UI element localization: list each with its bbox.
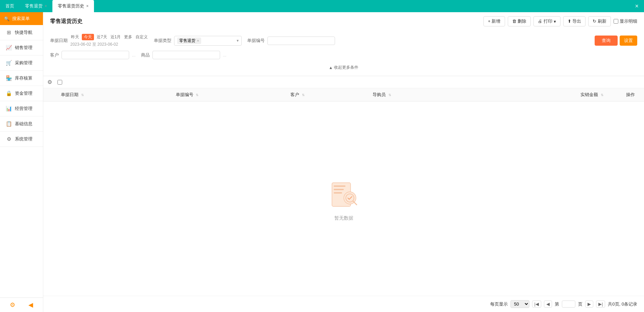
purchase-mgmt-icon: 🛒 bbox=[5, 60, 12, 66]
page-title: 零售退货历史 bbox=[50, 18, 483, 25]
col-customer[interactable]: 客户 ⇅ bbox=[286, 88, 368, 102]
filter-doc-type-remove[interactable]: × bbox=[197, 39, 199, 43]
filter-doc-type-tag: 零售退货 × bbox=[177, 38, 201, 44]
sidebar-item-finance-mgmt[interactable]: 🔒 资金管理 bbox=[0, 86, 43, 101]
last-page-button[interactable]: ▶| bbox=[596, 300, 605, 308]
display-detail-input[interactable] bbox=[614, 19, 618, 24]
query-button[interactable]: 查询 bbox=[595, 36, 618, 46]
current-page-input[interactable]: 1 bbox=[562, 300, 575, 308]
col-no-sort: ⇅ bbox=[196, 93, 198, 97]
select-all-checkbox[interactable] bbox=[57, 80, 62, 85]
date-btn-more[interactable]: 更多 bbox=[123, 34, 133, 40]
content-area: 零售退货历史 + 新增 🗑 删除 🖨 打印 ▾ ⬆ 导出 bbox=[43, 12, 644, 312]
col-guide-label: 导购员 bbox=[373, 92, 386, 97]
print-button-label: 🖨 打印 bbox=[538, 18, 552, 24]
quick-nav-icon: ⊞ bbox=[5, 29, 12, 36]
col-no[interactable]: 单据编号 ⇅ bbox=[172, 88, 287, 102]
col-customer-sort: ⇅ bbox=[302, 93, 305, 97]
sidebar-item-purchase-mgmt[interactable]: 🛒 采购管理 bbox=[0, 55, 43, 71]
first-page-button[interactable]: |◀ bbox=[532, 300, 541, 308]
filter-date-label: 单据日期 bbox=[50, 38, 68, 44]
main-layout: 🔍 搜索菜单 ⊞ 快捷导航 📈 销售管理 🛒 采购管理 🏪 库存核算 🔒 资金管… bbox=[0, 12, 644, 312]
export-button[interactable]: ⬆ 导出 bbox=[563, 16, 586, 26]
top-tab-bar: 首页 零售退货 × 零售退货历史 × × bbox=[0, 0, 644, 12]
page-header-top: 零售退货历史 + 新增 🗑 删除 🖨 打印 ▾ ⬆ 导出 bbox=[50, 16, 637, 26]
next-page-button[interactable]: ▶ bbox=[585, 300, 593, 308]
date-btn-today[interactable]: 今天 bbox=[82, 34, 94, 40]
collapse-bar[interactable]: ▲ 收起更多条件 bbox=[50, 63, 637, 72]
print-button[interactable]: 🖨 打印 ▾ bbox=[533, 16, 560, 26]
filter-row-1: 单据日期 昨天 今天 近7天 近1月 更多 自定义 2023-06-02 至 2… bbox=[50, 34, 637, 47]
tab-home-label: 首页 bbox=[5, 3, 14, 9]
date-btn-1month[interactable]: 近1月 bbox=[110, 34, 122, 40]
product-dots[interactable]: ... bbox=[223, 52, 226, 58]
total-label: 共0页, 0条记录 bbox=[608, 301, 637, 307]
date-btn-group: 昨天 今天 近7天 近1月 更多 自定义 bbox=[70, 34, 148, 40]
empty-state: 暂无数据 bbox=[43, 102, 644, 296]
tab-retail-return-history-close[interactable]: × bbox=[86, 4, 89, 8]
per-page-select[interactable]: 10 20 50 100 bbox=[510, 300, 529, 308]
date-btn-7days[interactable]: 近7天 bbox=[96, 34, 108, 40]
header-actions: + 新增 🗑 删除 🖨 打印 ▾ ⬆ 导出 ↻ 刷新 bbox=[483, 16, 637, 26]
sidebar-item-quick-nav[interactable]: ⊞ 快捷导航 bbox=[0, 25, 43, 40]
basic-info-icon: 📋 bbox=[5, 120, 12, 127]
tab-retail-return-history[interactable]: 零售退货历史 × bbox=[52, 0, 94, 12]
tab-home[interactable]: 首页 bbox=[0, 0, 20, 12]
display-detail-checkbox[interactable]: 显示明细 bbox=[614, 18, 637, 24]
col-customer-label: 客户 bbox=[290, 92, 299, 97]
col-amount[interactable]: 实销金额 ⇅ bbox=[467, 88, 617, 102]
prev-page-button[interactable]: ◀ bbox=[544, 300, 552, 308]
sidebar-item-inventory[interactable]: 🏪 库存核算 bbox=[0, 71, 43, 86]
inventory-icon: 🏪 bbox=[5, 75, 12, 82]
settings-bottom-icon[interactable]: ⚙ bbox=[10, 301, 15, 309]
col-guide[interactable]: 导购员 ⇅ bbox=[368, 88, 467, 102]
date-filters: 昨天 今天 近7天 近1月 更多 自定义 2023-06-02 至 2023-0… bbox=[70, 34, 148, 47]
filter-product-input[interactable] bbox=[152, 51, 220, 59]
delete-button[interactable]: 🗑 删除 bbox=[508, 16, 531, 26]
sidebar-item-sales-mgmt[interactable]: 📈 销售管理 bbox=[0, 40, 43, 55]
tab-retail-return-close[interactable]: × bbox=[45, 4, 47, 8]
sidebar-item-basic-info[interactable]: 📋 基础信息 bbox=[0, 116, 43, 132]
date-btn-yesterday[interactable]: 昨天 bbox=[70, 34, 80, 40]
col-amount-label: 实销金额 bbox=[580, 92, 598, 97]
new-button-label: + 新增 bbox=[488, 18, 500, 24]
sys-mgmt-icon: ⚙ bbox=[5, 136, 12, 142]
sidebar-item-inventory-label: 库存核算 bbox=[15, 75, 32, 81]
display-detail-label: 显示明细 bbox=[620, 18, 637, 24]
collapse-label: 收起更多条件 bbox=[334, 65, 358, 70]
col-date[interactable]: 单据日期 ⇅ bbox=[57, 88, 172, 102]
filter-doc-no-item: 单据编号 bbox=[247, 37, 335, 45]
refresh-button[interactable]: ↻ 刷新 bbox=[588, 16, 611, 26]
query-actions: 查询 设置 bbox=[595, 36, 637, 46]
filter-customer-input[interactable] bbox=[62, 51, 129, 59]
tab-retail-return[interactable]: 零售退货 × bbox=[20, 0, 52, 12]
col-action-label: 操作 bbox=[626, 92, 635, 97]
filter-doc-no-input[interactable] bbox=[267, 37, 335, 45]
col-check bbox=[43, 88, 57, 102]
collapse-up-icon: ▲ bbox=[329, 65, 333, 70]
filter-doc-type-item: 单据类型 零售退货 × ▾ bbox=[154, 36, 242, 46]
sidebar-item-operations-mgmt[interactable]: 📊 经营管理 bbox=[0, 101, 43, 116]
date-btn-custom[interactable]: 自定义 bbox=[135, 34, 148, 40]
operations-mgmt-icon: 📊 bbox=[5, 105, 12, 112]
new-button[interactable]: + 新增 bbox=[483, 16, 505, 26]
sidebar-search[interactable]: 🔍 搜索菜单 bbox=[0, 12, 43, 25]
setting-button[interactable]: 设置 bbox=[620, 36, 637, 46]
sidebar: 🔍 搜索菜单 ⊞ 快捷导航 📈 销售管理 🛒 采购管理 🏪 库存核算 🔒 资金管… bbox=[0, 12, 43, 312]
svg-line-6 bbox=[353, 201, 357, 205]
pagination: 每页显示 10 20 50 100 |◀ ◀ 第 1 页 ▶ ▶| 共0页, 0… bbox=[43, 296, 644, 312]
customer-dots[interactable]: ... bbox=[132, 52, 136, 58]
col-action: 操作 bbox=[617, 88, 644, 102]
sidebar-item-quick-nav-label: 快捷导航 bbox=[15, 29, 32, 36]
collapse-sidebar-icon[interactable]: ◀ bbox=[28, 301, 33, 309]
print-chevron-icon: ▾ bbox=[554, 19, 556, 24]
sidebar-item-finance-mgmt-label: 资金管理 bbox=[15, 90, 32, 96]
sidebar-item-sys-mgmt[interactable]: ⚙ 系统管理 bbox=[0, 132, 43, 147]
data-table: 单据日期 ⇅ 单据编号 ⇅ 客户 ⇅ 导购员 ⇅ bbox=[43, 88, 644, 102]
table-container: ⚙ 单据日期 ⇅ 单据编号 ⇅ bbox=[43, 76, 644, 296]
table-settings-icon[interactable]: ⚙ bbox=[47, 79, 52, 85]
window-close-button[interactable]: × bbox=[635, 3, 644, 10]
export-button-label: ⬆ 导出 bbox=[568, 18, 581, 24]
filter-doc-type-select[interactable]: 零售退货 × ▾ bbox=[174, 36, 242, 46]
col-date-label: 单据日期 bbox=[61, 92, 78, 97]
